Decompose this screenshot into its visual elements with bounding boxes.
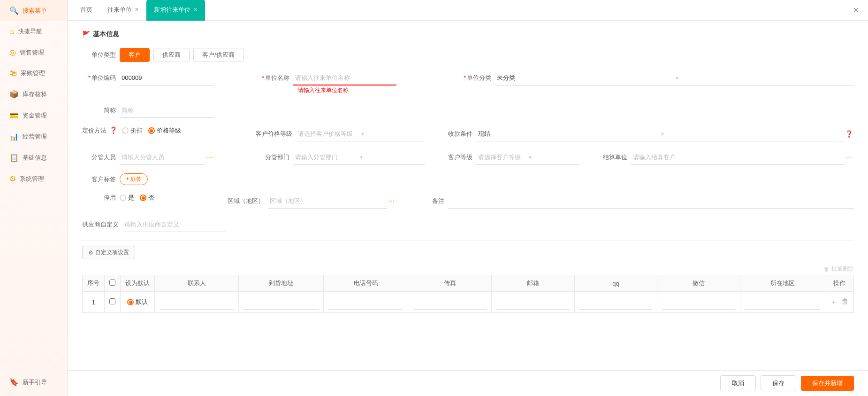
phone-input[interactable] xyxy=(328,295,404,310)
sidebar-item-purchase[interactable]: 🛍 采购管理 xyxy=(0,63,68,84)
col-action: 操作 xyxy=(825,275,853,292)
cell-qq xyxy=(575,292,657,313)
main-area: 首页 往来单位 ✕ 新增往来单位 ✕ ✕ 🚩 基本信息 单位类型 客户 xyxy=(68,0,868,396)
batch-delete-button[interactable]: 🗑 批量删除 xyxy=(82,265,854,273)
sidebar-item-finance[interactable]: 💳 资金管理 xyxy=(0,105,68,126)
cell-contact xyxy=(155,292,239,313)
supplier-custom-row: 供应商自定义 xyxy=(82,217,854,232)
sidebar-item-system[interactable]: ⚙ 系统管理 xyxy=(0,168,68,189)
supervisor-more-icon[interactable]: ··· xyxy=(204,153,214,162)
unit-category-select[interactable]: 未分类 ▾ xyxy=(495,70,854,85)
customer-level-group: 客户等级 请选择客户等级 ▾ xyxy=(439,150,579,165)
region-label: 区域（地区） xyxy=(228,197,268,205)
add-row-icon[interactable]: ＋ xyxy=(830,297,838,307)
department-label: 分管部门 xyxy=(256,153,293,162)
col-address: 到货地址 xyxy=(239,275,324,292)
cell-wechat xyxy=(657,292,740,313)
tab-bar-close[interactable]: ✕ xyxy=(849,5,863,16)
unit-btn-customer[interactable]: 客户 xyxy=(120,48,150,62)
supplier-custom-input[interactable] xyxy=(122,217,226,232)
radio-discount[interactable]: 折扣 xyxy=(122,126,143,135)
abbr-input[interactable] xyxy=(120,103,213,118)
unit-type-group: 单位类型 客户 供应商 客户/供应商 xyxy=(82,48,854,62)
select-all-checkbox[interactable] xyxy=(109,280,115,286)
payment-terms-help-icon[interactable]: ❓ xyxy=(844,130,854,138)
system-icon: ⚙ xyxy=(9,174,16,183)
pricing-help-icon[interactable]: ❓ xyxy=(108,126,118,134)
radio-price-level[interactable]: 价格等级 xyxy=(148,126,181,135)
customer-level-select[interactable]: 请选择客户等级 ▾ xyxy=(476,150,579,165)
address-input[interactable] xyxy=(244,295,319,310)
remark-input[interactable] xyxy=(448,194,854,209)
tab-partners[interactable]: 往来单位 ✕ xyxy=(100,0,146,21)
unit-btn-supplier[interactable]: 供应商 xyxy=(153,48,190,62)
customer-price-level-label: 客户价格等级 xyxy=(256,130,296,138)
tab-new-partner[interactable]: 新增往来单位 ✕ xyxy=(146,0,205,21)
settlement-more-icon[interactable]: ··· xyxy=(844,153,854,162)
unit-name-error: 请输入往来单位名称 xyxy=(298,86,349,94)
operations-icon: 📊 xyxy=(9,132,19,141)
tags-group: 客户标签 + 标签 xyxy=(82,173,854,185)
settlement-input[interactable] xyxy=(631,150,844,165)
region-more-icon[interactable]: ··· xyxy=(387,197,396,205)
contact-input[interactable] xyxy=(160,295,234,310)
divider xyxy=(82,241,854,241)
cell-actions: ＋ 🗑 xyxy=(825,292,853,313)
basic-icon: 📋 xyxy=(9,153,19,162)
default-radio[interactable]: 默认 xyxy=(127,298,148,306)
custom-settings-button[interactable]: ⚙ 自定义项设置 xyxy=(82,246,135,259)
sidebar-item-quicknav[interactable]: ⌂ 快捷导航 xyxy=(0,21,68,42)
department-select[interactable]: 请输入分管部门 ▾ xyxy=(293,150,425,165)
supervisor-input[interactable] xyxy=(120,150,204,165)
flag-icon: 🚩 xyxy=(82,31,90,38)
col-contact: 联系人 xyxy=(155,275,239,292)
sidebar-item-guide[interactable]: 🔖 新手引导 xyxy=(0,373,68,391)
sidebar-item-inventory[interactable]: 📦 库存核算 xyxy=(0,84,68,105)
payment-terms-select[interactable]: 现结 ▾ xyxy=(476,126,844,141)
cancel-button[interactable]: 取消 xyxy=(720,375,756,391)
abbr-label: 简称 xyxy=(82,106,120,115)
row-checkbox[interactable] xyxy=(109,298,115,304)
radio-disabled-no[interactable]: 否 xyxy=(140,194,154,202)
delete-row-icon[interactable]: 🗑 xyxy=(841,297,849,307)
tab-new-partner-close[interactable]: ✕ xyxy=(193,7,198,13)
tab-partners-close[interactable]: ✕ xyxy=(135,7,139,13)
wechat-input[interactable] xyxy=(662,295,735,310)
tags-row: 客户标签 + 标签 xyxy=(82,173,854,185)
remark-label: 备注 xyxy=(411,197,448,205)
fax-input[interactable] xyxy=(413,295,486,310)
pricing-method-label: 定价方法 ❓ xyxy=(82,126,122,135)
customer-level-label: 客户等级 xyxy=(439,153,476,162)
content-area: 🚩 基本信息 单位类型 客户 供应商 客户/供应商 *单位编码 xyxy=(68,21,868,370)
unit-name-input[interactable] xyxy=(293,70,396,85)
email-input[interactable] xyxy=(496,295,570,310)
purchase-icon: 🛍 xyxy=(9,69,17,78)
cell-email xyxy=(491,292,574,313)
add-tag-button[interactable]: + 标签 xyxy=(120,173,148,185)
payment-terms-chevron-icon: ▾ xyxy=(659,131,842,137)
col-phone: 电话号码 xyxy=(323,275,408,292)
sidebar-item-sales[interactable]: ◎ 销售管理 xyxy=(0,42,68,63)
supervisor-label: 分管人员 xyxy=(82,153,120,162)
unit-name-group: *单位名称 请输入往来单位名称 xyxy=(256,70,443,94)
sidebar-item-search[interactable]: 🔍 搜索菜单 xyxy=(0,0,68,21)
supplier-custom-group: 供应商自定义 xyxy=(82,217,270,232)
unit-code-input[interactable] xyxy=(120,70,213,85)
unit-btn-both[interactable]: 客户/供应商 xyxy=(193,48,244,62)
col-fax: 传真 xyxy=(408,275,491,292)
tab-home[interactable]: 首页 xyxy=(73,0,100,21)
finance-icon: 💳 xyxy=(9,111,19,120)
section-title: 🚩 基本信息 xyxy=(82,30,854,39)
save-button[interactable]: 保存 xyxy=(761,375,796,391)
radio-price-level-circle xyxy=(148,127,155,134)
qq-input[interactable] xyxy=(579,295,652,310)
contacts-table: 序号 设为默认 联系人 到货地址 电话号码 传真 邮箱 qq 微信 所在地区 操… xyxy=(82,275,854,313)
sidebar-item-operations[interactable]: 📊 经营管理 xyxy=(0,126,68,147)
customer-price-level-select[interactable]: 请选择客户价格等级 ▾ xyxy=(296,126,425,141)
radio-yes-circle xyxy=(120,194,126,201)
sidebar-item-basic[interactable]: 📋 基础信息 xyxy=(0,147,68,168)
save-and-new-button[interactable]: 保存并新增 xyxy=(801,376,854,391)
region-input[interactable] xyxy=(268,194,387,209)
radio-disabled-yes[interactable]: 是 xyxy=(120,194,134,202)
location-input[interactable] xyxy=(745,295,820,310)
